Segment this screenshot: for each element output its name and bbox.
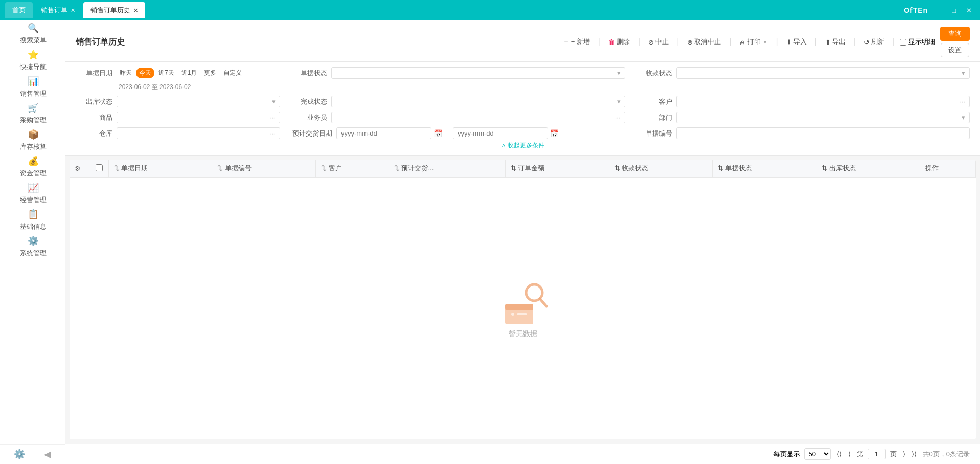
page-size-select[interactable]: 50 10 20 100 bbox=[804, 448, 831, 460]
show-detail-checkbox[interactable] bbox=[900, 39, 906, 46]
print-btn[interactable]: 🖨 打印 ▼ bbox=[736, 36, 770, 48]
th-order-amount[interactable]: ⇅ 订单金额 bbox=[505, 160, 609, 178]
top-bar: 首页 销售订单 ✕ 销售订单历史 ✕ OfTEn — □ ✕ bbox=[0, 0, 980, 20]
date-btn-more[interactable]: 更多 bbox=[201, 68, 219, 78]
query-button[interactable]: 查询 bbox=[940, 27, 970, 41]
doc-status-arrow: ▾ bbox=[617, 69, 621, 77]
th-doc-status[interactable]: ⇅ 单据状态 bbox=[713, 160, 816, 178]
date-btn-yesterday[interactable]: 昨天 bbox=[117, 68, 135, 78]
sep3: | bbox=[677, 37, 679, 47]
minimize-btn[interactable]: — bbox=[932, 7, 945, 14]
tab-sales-order-close[interactable]: ✕ bbox=[71, 7, 75, 14]
filter-goods-item: 商品 ··· bbox=[76, 112, 280, 123]
sidebar-item-system-mgmt[interactable]: ⚙️ 系统管理 bbox=[0, 233, 65, 260]
sep7: | bbox=[854, 37, 856, 47]
sidebar-item-sales-mgmt[interactable]: 📊 销售管理 bbox=[0, 74, 65, 100]
sep8: | bbox=[893, 37, 895, 47]
th-customer[interactable]: ⇅ 客户 bbox=[316, 160, 389, 178]
date-btn-custom[interactable]: 自定义 bbox=[220, 68, 245, 78]
sep5: | bbox=[776, 37, 778, 47]
svg-line-3 bbox=[540, 299, 546, 306]
filter-receipt-status-select[interactable]: ▾ bbox=[676, 67, 970, 79]
sidebar-item-sales-mgmt-label: 销售管理 bbox=[20, 89, 47, 98]
filter-doc-status-item: 单据状态 ▾ bbox=[280, 67, 625, 79]
import-btn[interactable]: ⬇ 导入 bbox=[783, 36, 810, 48]
sidebar-item-finance[interactable]: 💰 资金管理 bbox=[0, 153, 65, 180]
tab-sales-order[interactable]: 销售订单 ✕ bbox=[34, 2, 82, 18]
inventory-icon: 📦 bbox=[28, 129, 39, 140]
filter-out-stock-select[interactable]: ▾ bbox=[117, 96, 280, 107]
refresh-label: 刷新 bbox=[871, 37, 884, 47]
first-page-btn[interactable]: ⟨⟨ bbox=[835, 449, 844, 459]
sidebar-item-operations[interactable]: 📈 经营管理 bbox=[0, 180, 65, 207]
page-input[interactable] bbox=[868, 449, 886, 459]
tab-sales-order-history[interactable]: 销售订单历史 ✕ bbox=[83, 2, 145, 18]
filter-dept-select[interactable]: ▾ bbox=[676, 112, 970, 123]
sidebar-item-quick-nav-label: 快捷导航 bbox=[20, 62, 47, 72]
delivery-date-start-cal[interactable]: 📅 bbox=[434, 129, 442, 138]
tab-home[interactable]: 首页 bbox=[5, 2, 33, 18]
filter-doc-num-input[interactable] bbox=[676, 127, 970, 139]
sidebar-collapse-icon[interactable]: ◀ bbox=[44, 449, 51, 460]
delivery-date-end-cal[interactable]: 📅 bbox=[550, 129, 559, 138]
prev-page-btn[interactable]: ⟨ bbox=[846, 449, 853, 459]
th-doc-num[interactable]: ⇅ 单据编号 bbox=[212, 160, 316, 178]
export-btn[interactable]: ⬆ 导出 bbox=[822, 36, 849, 48]
th-expected-delivery[interactable]: ⇅ 预计交货... bbox=[389, 160, 505, 178]
setting-button[interactable]: 设置 bbox=[941, 43, 969, 57]
date-btn-today[interactable]: 今天 bbox=[136, 68, 154, 78]
import-icon: ⬇ bbox=[786, 38, 792, 46]
collapse-btn[interactable]: ∧ 收起更多条件 bbox=[76, 141, 970, 150]
th-expected-delivery-sort: ⇅ bbox=[394, 164, 400, 172]
tab-sales-order-history-close[interactable]: ✕ bbox=[133, 7, 138, 14]
refresh-btn[interactable]: ↺ 刷新 bbox=[861, 36, 887, 48]
sidebar-item-inventory[interactable]: 📦 库存核算 bbox=[0, 127, 65, 153]
th-receipt-status[interactable]: ⇅ 收款状态 bbox=[609, 160, 713, 178]
delete-icon: 🗑 bbox=[608, 38, 615, 46]
base-info-icon: 📋 bbox=[28, 209, 39, 220]
filter-doc-status-select[interactable]: ▾ bbox=[331, 67, 625, 79]
page-suffix: 页 bbox=[888, 449, 899, 460]
customer-dots[interactable]: ··· bbox=[960, 98, 965, 105]
last-page-btn[interactable]: ⟩⟩ bbox=[909, 449, 919, 459]
empty-svg bbox=[492, 278, 554, 329]
sidebar-item-base-info[interactable]: 📋 基础信息 bbox=[0, 207, 65, 233]
delivery-date-range: 📅 — 📅 bbox=[336, 127, 559, 139]
filter-complete-status-select[interactable]: ▾ bbox=[331, 96, 625, 107]
print-label: 打印 bbox=[747, 37, 761, 47]
next-page-btn[interactable]: ⟩ bbox=[901, 449, 907, 459]
stop-label: 中止 bbox=[655, 37, 669, 47]
th-doc-date[interactable]: ⇅ 单据日期 bbox=[108, 160, 212, 178]
cancel-stop-btn[interactable]: ⊗ 取消中止 bbox=[684, 36, 724, 48]
purchase-mgmt-icon: 🛒 bbox=[28, 102, 39, 114]
table-footer: 每页显示 50 10 20 100 ⟨⟨ ⟨ 第 页 ⟩ ⟩⟩ 共0页，0条记录 bbox=[65, 444, 980, 464]
maximize-btn[interactable]: □ bbox=[949, 7, 959, 14]
sidebar-item-purchase-mgmt[interactable]: 🛒 采购管理 bbox=[0, 100, 65, 127]
sidebar-settings-icon[interactable]: ⚙️ bbox=[14, 449, 25, 460]
th-settings[interactable]: ⚙ bbox=[70, 160, 90, 178]
goods-dots[interactable]: ··· bbox=[270, 114, 276, 121]
finance-icon: 💰 bbox=[28, 156, 39, 167]
select-all-checkbox[interactable] bbox=[96, 164, 103, 171]
sep4: | bbox=[729, 37, 731, 47]
filter-area: 单据日期 昨天 今天 近7天 近1月 更多 自定义 单据状态 bbox=[65, 62, 980, 156]
close-btn[interactable]: ✕ bbox=[963, 7, 975, 14]
tab-sales-order-history-label: 销售订单历史 bbox=[90, 6, 130, 15]
sidebar: 🔍 搜索菜单 ⭐ 快捷导航 📊 销售管理 🛒 采购管理 📦 库存核算 💰 资金管… bbox=[0, 20, 65, 464]
filter-date-value: 昨天 今天 近7天 近1月 更多 自定义 bbox=[117, 68, 245, 78]
show-detail-checkbox-wrapper[interactable]: 显示明细 bbox=[900, 37, 935, 47]
new-btn[interactable]: ＋ + 新增 bbox=[560, 36, 593, 48]
delivery-date-start[interactable] bbox=[336, 127, 431, 139]
th-checkbox bbox=[90, 160, 108, 178]
cancel-stop-icon: ⊗ bbox=[687, 38, 693, 46]
sidebar-item-search-menu[interactable]: 🔍 搜索菜单 bbox=[0, 20, 65, 47]
date-btn-1month[interactable]: 近1月 bbox=[178, 68, 200, 78]
stop-btn[interactable]: ⊘ 中止 bbox=[645, 36, 672, 48]
delete-btn[interactable]: 🗑 删除 bbox=[605, 36, 633, 48]
warehouse-dots[interactable]: ··· bbox=[270, 129, 276, 137]
date-btn-7days[interactable]: 近7天 bbox=[155, 68, 177, 78]
sidebar-item-quick-nav[interactable]: ⭐ 快捷导航 bbox=[0, 47, 65, 74]
th-out-stock-status[interactable]: ⇅ 出库状态 bbox=[816, 160, 920, 178]
salesperson-dots[interactable]: ··· bbox=[615, 114, 621, 121]
delivery-date-end[interactable] bbox=[453, 127, 548, 139]
